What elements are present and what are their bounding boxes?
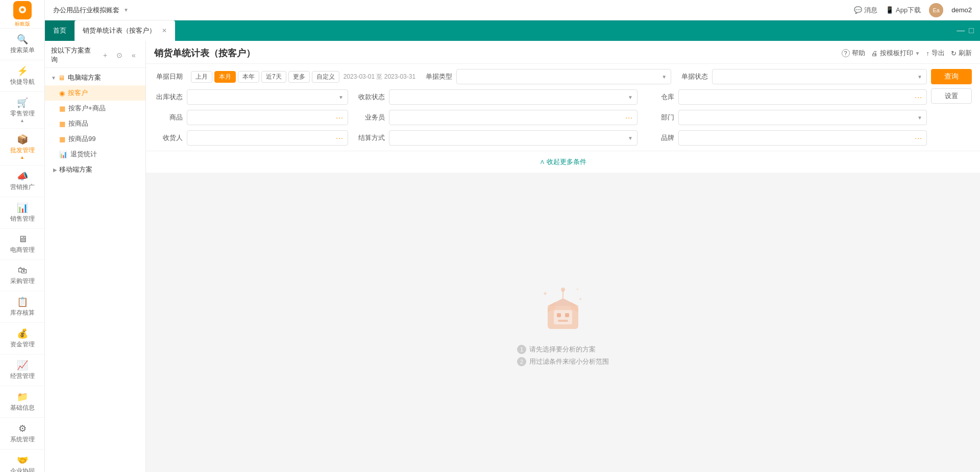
salesperson-label: 业务员: [356, 113, 385, 122]
wholesale-arrow-icon: ▲: [20, 155, 24, 160]
payment-status-select[interactable]: ▼: [389, 89, 638, 105]
template-print-label: 按模板打印: [880, 49, 913, 58]
sidebar-item-retail[interactable]: 🛒 零售管理 ▲: [0, 92, 44, 129]
date-range-text: 2023-03-01 至 2023-03-31: [344, 73, 415, 81]
scheme-settings-btn[interactable]: ⊙: [114, 50, 125, 61]
wholesale-icon: 📦: [17, 134, 28, 145]
template-print-btn[interactable]: 🖨 按模板打印 ▼: [871, 49, 920, 58]
avatar[interactable]: Ea: [929, 3, 943, 17]
sidebar-item-basic[interactable]: 📁 基础信息: [0, 386, 44, 418]
search-menu-icon: 🔍: [17, 34, 28, 45]
tree-item-by-goods[interactable]: ▦ 按商品: [45, 116, 145, 131]
tab-close-icon[interactable]: ✕: [162, 27, 167, 34]
sidebar-item-label-basic: 基础信息: [10, 404, 35, 412]
filter-item-goods: 商品 ···: [154, 110, 348, 125]
order-status-select[interactable]: ▼: [712, 69, 927, 84]
finance-icon: 💰: [17, 328, 28, 339]
sidebar-item-inventory[interactable]: 📋 库存核算: [0, 291, 44, 323]
add-scheme-btn[interactable]: +: [100, 50, 111, 61]
tree-group-mobile-header[interactable]: ▶ 移动端方案: [45, 162, 145, 177]
refresh-btn[interactable]: ↻ 刷新: [951, 49, 972, 58]
filter-item-payment-method: 结算方式 ▼: [356, 130, 638, 146]
scheme-tree: ▼ 🖥 电脑端方案 ◉ 按客户 ▦ 按客户+商品 ▦ 按商品: [45, 68, 145, 472]
app-download-btn[interactable]: 📱 App下载: [886, 6, 921, 15]
collapse-conditions-btn[interactable]: ∧ 收起更多条件: [531, 155, 595, 169]
payment-method-label: 结算方式: [356, 133, 385, 143]
collapse-panel-btn[interactable]: «: [128, 50, 139, 61]
hint-row-2: 2 用过滤条件来缩小分析范围: [517, 357, 609, 366]
sidebar-item-ops[interactable]: 📈 经营管理: [0, 355, 44, 386]
return-stat-icon: 📊: [59, 151, 67, 158]
svg-rect-7: [565, 313, 569, 317]
svg-point-10: [561, 288, 565, 292]
customer-goods-label: 按客户+商品: [68, 104, 106, 113]
salesperson-select[interactable]: ···: [389, 110, 638, 125]
this-year-btn[interactable]: 本年: [238, 71, 259, 83]
sidebar-item-wholesale[interactable]: 📦 批发管理 ▲: [0, 129, 44, 166]
tree-item-customer-goods[interactable]: ▦ 按客户+商品: [45, 101, 145, 116]
mobile-group-label: 移动端方案: [59, 165, 92, 174]
salesperson-more-icon: ···: [625, 113, 633, 122]
receiver-select[interactable]: ···: [187, 130, 348, 146]
help-label: 帮助: [852, 49, 865, 58]
svg-text:✦: ✦: [576, 287, 579, 292]
goods-select[interactable]: ···: [187, 110, 348, 125]
filter-item-receiver: 收货人 ···: [154, 130, 348, 146]
custom-date-btn[interactable]: 自定义: [312, 71, 339, 83]
last-month-btn[interactable]: 上月: [191, 71, 212, 83]
sidebar-item-label-retail: 零售管理: [10, 109, 35, 118]
sidebar-item-system[interactable]: ⚙ 系统管理: [0, 418, 44, 450]
sidebar-item-enterprise[interactable]: 🤝 企业协同: [0, 450, 44, 472]
export-btn[interactable]: ↑ 导出: [926, 49, 945, 58]
filter-item-ship-status: 出库状态 ▼: [154, 89, 348, 105]
help-btn[interactable]: ? 帮助: [842, 49, 865, 58]
sidebar-item-label-ecom: 电商管理: [10, 246, 35, 254]
filter-item-salesperson: 业务员 ···: [356, 110, 638, 125]
window-minimize-icon[interactable]: —: [957, 26, 965, 35]
filter-item-payment-status: 收款状态 ▼: [356, 89, 638, 105]
brand-select[interactable]: ···: [678, 130, 927, 146]
receiver-label: 收货人: [154, 133, 183, 143]
query-button[interactable]: 查询: [931, 69, 972, 84]
sidebar-item-search-menu[interactable]: 🔍 搜索菜单: [0, 29, 44, 60]
payment-status-label: 收款状态: [356, 92, 385, 102]
more-date-btn[interactable]: 更多: [288, 71, 310, 83]
warehouse-select[interactable]: ···: [678, 89, 927, 105]
sidebar-item-ecom[interactable]: 🖥 电商管理: [0, 229, 44, 260]
window-maximize-icon[interactable]: □: [969, 26, 974, 35]
sidebar-item-sales[interactable]: 📊 销售管理: [0, 197, 44, 229]
tree-item-goods-99[interactable]: ▦ 按商品99: [45, 131, 145, 147]
this-month-btn[interactable]: 本月: [214, 71, 236, 83]
message-btn[interactable]: 💬 消息: [854, 6, 877, 15]
sidebar-item-marketing[interactable]: 📣 营销推广: [0, 166, 44, 197]
sidebar-item-finance[interactable]: 💰 资金管理: [0, 323, 44, 355]
system-icon: ⚙: [18, 423, 27, 434]
tab-home[interactable]: 首页: [45, 20, 75, 41]
svg-point-0: [21, 8, 24, 11]
refresh-icon: ↻: [951, 50, 957, 57]
collapse-bar: ∧ 收起更多条件: [146, 151, 980, 173]
order-type-select[interactable]: ▼: [456, 69, 671, 84]
department-select[interactable]: ▼: [678, 110, 927, 125]
sidebar-item-label-ops: 经营管理: [10, 372, 35, 381]
tree-item-by-customer[interactable]: ◉ 按客户: [45, 85, 145, 101]
tree-item-return-stat[interactable]: 📊 退货统计: [45, 147, 145, 162]
last-7-days-btn[interactable]: 近7天: [261, 71, 286, 83]
payment-method-select[interactable]: ▼: [389, 130, 638, 146]
ship-status-select[interactable]: ▼: [187, 89, 348, 105]
app-download-label: App下载: [896, 6, 921, 15]
settings-button[interactable]: 设置: [931, 88, 972, 104]
tab-sales-stat[interactable]: 销货单统计表（按客户） ✕: [75, 20, 175, 41]
sidebar-item-quick-nav[interactable]: ⚡ 快捷导航: [0, 60, 44, 92]
filter-inner: 单据日期 上月 本月 本年 近7天 更多 自定义: [146, 64, 980, 151]
hint-num-1: 1: [517, 345, 526, 354]
sidebar-item-purchase[interactable]: 🛍 采购管理: [0, 260, 44, 291]
export-icon: ↑: [926, 50, 930, 57]
app-label: 标账版: [15, 20, 30, 28]
tree-group-pc-header[interactable]: ▼ 🖥 电脑端方案: [45, 70, 145, 85]
department-arrow-icon: ▼: [917, 115, 922, 121]
print-icon: 🖨: [871, 50, 878, 57]
hint-num-2: 2: [517, 357, 526, 366]
industry-dropdown-arrow[interactable]: ▼: [124, 7, 129, 13]
basic-icon: 📁: [17, 391, 28, 403]
